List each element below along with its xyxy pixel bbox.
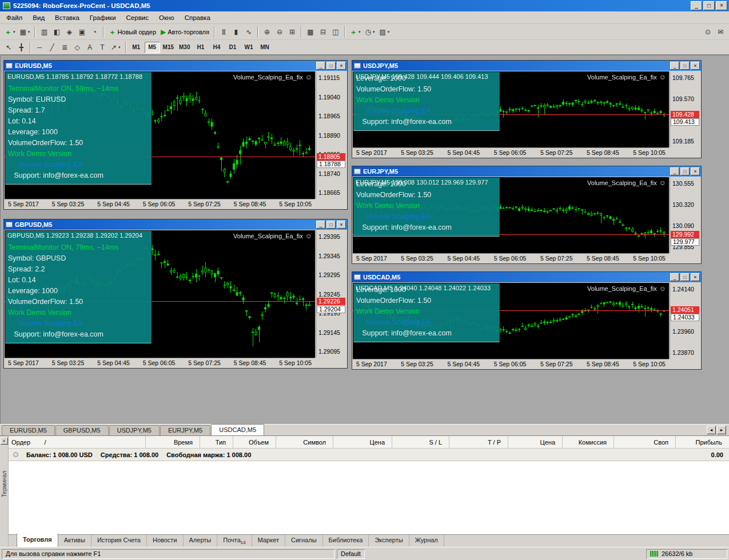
column-header[interactable]: Своп	[614, 436, 676, 448]
chart-window-eurjpy[interactable]: EURJPY,M5 _ □ × EURJPY,M5 130.008 130.01…	[352, 166, 702, 264]
chart-title-bar[interactable]: EURJPY,M5 _ □ ×	[352, 166, 701, 177]
column-header[interactable]: Ордер /	[9, 436, 146, 448]
maximize-button[interactable]: □	[703, 1, 715, 10]
chart-minimize-button[interactable]: _	[670, 167, 679, 175]
terminal-tab[interactable]: Активы	[58, 535, 91, 547]
time-axis[interactable]: 5 Sep 20175 Sep 03:255 Sep 04:455 Sep 06…	[5, 199, 315, 209]
chart-minimize-button[interactable]: _	[316, 62, 325, 70]
price-axis[interactable]: 130.555130.320130.090129.855 129.992 129…	[670, 177, 700, 253]
chart-plot-area[interactable]: USDJPY,M5 109.428 109.444 109.406 109.41…	[353, 71, 669, 147]
minimize-button[interactable]: _	[691, 1, 702, 10]
chart-close-button[interactable]: ×	[337, 62, 346, 70]
zoom-out-button[interactable]: ⊖	[273, 26, 286, 38]
chart-plot-area[interactable]: GBPUSD,M5 1.29223 1.29238 1.29202 1.2920…	[5, 230, 315, 358]
title-bar[interactable]: 5225094: RoboForex-ProCent - USDCAD,M5 _…	[0, 0, 729, 11]
trendline-button[interactable]: ╱	[46, 41, 58, 54]
terminal-tab[interactable]: Торговля	[17, 533, 58, 547]
price-axis[interactable]: 1.191151.190401.189651.188901.188151.187…	[316, 71, 346, 199]
chart-title-bar[interactable]: GBPUSD,M5 _ □ ×	[4, 219, 347, 230]
periods-button[interactable]: ◷▾	[362, 26, 377, 38]
chart-close-button[interactable]: ×	[691, 62, 700, 70]
terminal-tab[interactable]: Сигналы	[285, 535, 323, 547]
new-order-button[interactable]: ＋Новый ордер	[106, 26, 158, 38]
menu-item[interactable]: Вид	[27, 13, 50, 23]
text-tool-button[interactable]: A	[83, 41, 96, 54]
menu-item[interactable]: Вставка	[50, 13, 85, 23]
column-header[interactable]: Комиссия	[563, 436, 614, 448]
timeframe-button[interactable]: H4	[209, 42, 224, 53]
terminal-tab[interactable]: Почта13	[217, 535, 252, 547]
tile-horizontally-button[interactable]: ⊟	[317, 26, 329, 38]
timeframe-button[interactable]: M1	[129, 42, 144, 53]
indicators-button[interactable]: ＋▾	[348, 26, 363, 38]
chart-window-usdcad[interactable]: USDCAD,M5 _ □ × USDCAD,M5 1.24040 1.2404…	[352, 271, 702, 370]
chart-title-bar[interactable]: EURUSD,M5 _ □ ×	[4, 61, 347, 71]
chart-close-button[interactable]: ×	[691, 273, 700, 281]
data-window-button[interactable]: ◧	[50, 26, 63, 38]
chart-restore-button[interactable]: □	[680, 62, 690, 70]
chart-plot-area[interactable]: USDCAD,M5 1.24040 1.24048 1.24022 1.2403…	[353, 283, 669, 359]
column-header[interactable]: T / P	[449, 436, 508, 448]
candlestick-chart-button[interactable]: ▮	[230, 26, 242, 38]
column-header[interactable]: Цена	[508, 436, 563, 448]
chart-close-button[interactable]: ×	[691, 167, 700, 175]
ea-smiley-icon[interactable]: ☺	[659, 73, 666, 81]
timeframe-button[interactable]: M5	[145, 42, 160, 53]
menu-item[interactable]: Окно	[154, 13, 180, 23]
market-watch-button[interactable]: ▥	[38, 26, 50, 38]
chart-tab[interactable]: EURUSD,M5	[2, 425, 55, 435]
timeframe-button[interactable]: M15	[161, 42, 176, 53]
orders-table-header[interactable]: Ордер /ВремяТипОбъемСимволЦенаS / LT / P…	[9, 436, 729, 449]
chart-plot-area[interactable]: EURUSD,M5 1.18785 1.18792 1.18772 1.1878…	[5, 71, 315, 199]
column-header[interactable]: Прибыль	[676, 436, 729, 448]
price-axis[interactable]: 109.765109.570109.375109.185 109.428 109…	[670, 71, 700, 147]
cascade-windows-button[interactable]: ▩	[304, 26, 317, 38]
crosshair-button[interactable]: ╋	[15, 41, 27, 54]
fibonacci-button[interactable]: ≣	[58, 41, 71, 54]
text-label-button[interactable]: T	[96, 41, 109, 54]
price-axis[interactable]: 1.241401.240501.239601.23870 1.24051 1.2…	[670, 283, 700, 359]
timeframe-button[interactable]: MN	[257, 42, 272, 53]
chart-tab[interactable]: EURJPY,M5	[160, 425, 210, 435]
timeframe-button[interactable]: M30	[177, 42, 192, 53]
terminal-tab[interactable]: История Счета	[91, 535, 147, 547]
chart-title-bar[interactable]: USDJPY,M5 _ □ ×	[352, 61, 701, 71]
terminal-tab[interactable]: Эксперты	[369, 535, 409, 547]
chart-minimize-button[interactable]: _	[670, 62, 679, 70]
ea-smiley-icon[interactable]: ☺	[305, 73, 312, 81]
menu-item[interactable]: Сервис	[121, 13, 154, 23]
arrows-button[interactable]: ↗▾	[109, 41, 123, 54]
strategy-tester-button[interactable]: ◔	[88, 26, 101, 38]
shapes-button[interactable]: ◇	[71, 41, 83, 54]
timeframe-button[interactable]: D1	[225, 42, 240, 53]
column-header[interactable]: Объем	[233, 436, 276, 448]
chart-window-gbpusd[interactable]: GBPUSD,M5 _ □ × GBPUSD,M5 1.29223 1.2923…	[3, 219, 348, 369]
chat-button[interactable]: ✉	[714, 26, 727, 38]
menu-item[interactable]: Справка	[180, 13, 216, 23]
chart-close-button[interactable]: ×	[337, 221, 346, 229]
chart-restore-button[interactable]: □	[680, 273, 690, 281]
ea-smiley-icon[interactable]: ☺	[659, 285, 666, 293]
tile-windows-button[interactable]: ⊞	[286, 26, 298, 38]
chart-tab[interactable]: GBPUSD,M5	[55, 425, 109, 435]
column-header[interactable]: S / L	[392, 436, 449, 448]
time-axis[interactable]: 5 Sep 20175 Sep 03:255 Sep 04:455 Sep 06…	[353, 253, 669, 263]
horizontal-line-button[interactable]: ─	[33, 41, 46, 54]
terminal-close-button[interactable]: ×	[1, 437, 8, 445]
column-header[interactable]: Время	[146, 436, 200, 448]
bar-chart-button[interactable]: |||	[217, 26, 230, 38]
time-axis[interactable]: 5 Sep 20175 Sep 03:255 Sep 04:455 Sep 06…	[353, 359, 669, 369]
chart-window-eurusd[interactable]: EURUSD,M5 _ □ × EURUSD,M5 1.18785 1.1879…	[3, 60, 348, 210]
terminal-tab[interactable]: Новости	[147, 535, 184, 547]
terminal-tab[interactable]: Алерты	[184, 535, 218, 547]
line-chart-button[interactable]: ∿	[242, 26, 255, 38]
chart-tab[interactable]: USDCAD,M5	[211, 424, 264, 435]
navigator-button[interactable]: ◈	[63, 26, 75, 38]
time-axis[interactable]: 5 Sep 20175 Sep 03:255 Sep 04:455 Sep 06…	[5, 358, 315, 367]
profiles-button[interactable]: ▦▾	[18, 26, 33, 38]
menu-item[interactable]: Графики	[85, 13, 121, 23]
ea-smiley-icon[interactable]: ☺	[659, 179, 666, 187]
orders-list-area[interactable]	[9, 461, 729, 534]
tile-vertically-button[interactable]: ◫	[329, 26, 342, 38]
terminal-tab[interactable]: Библиотека	[323, 535, 369, 547]
